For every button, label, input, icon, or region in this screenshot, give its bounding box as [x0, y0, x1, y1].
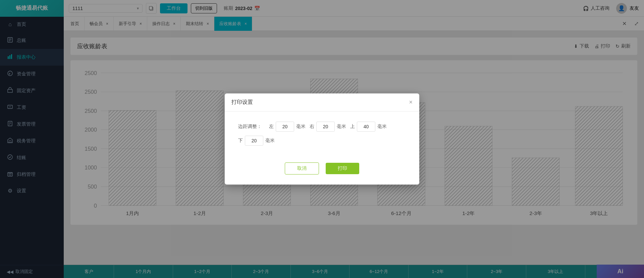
margin-top-group: 上 毫米	[350, 122, 387, 132]
modal-title: 打印设置	[231, 99, 253, 106]
modal-overlay[interactable]: 打印设置 × 边距调整： 左 毫米 右 毫米 上 毫米	[0, 0, 644, 278]
margin-top-unit: 毫米	[377, 124, 387, 130]
margin-row: 边距调整： 左 毫米 右 毫米 上 毫米 下	[238, 122, 406, 146]
margin-right-unit: 毫米	[337, 124, 346, 130]
margin-left-input[interactable]	[276, 122, 294, 132]
margin-bottom-input[interactable]	[245, 136, 263, 146]
modal-body: 边距调整： 左 毫米 右 毫米 上 毫米 下	[225, 112, 419, 156]
margin-bottom-unit: 毫米	[265, 138, 275, 144]
margin-right-group: 右 毫米	[310, 122, 346, 132]
print-confirm-button[interactable]: 打印	[326, 163, 359, 174]
modal-close-button[interactable]: ×	[409, 99, 413, 106]
modal-footer: 取消 打印	[225, 156, 419, 185]
margin-left-unit: 毫米	[296, 124, 306, 130]
margin-right-label: 右	[310, 124, 314, 130]
margin-right-input[interactable]	[316, 122, 335, 132]
margin-bottom-label: 下	[238, 138, 243, 144]
margin-left-label: 左	[269, 124, 274, 130]
cancel-button[interactable]: 取消	[285, 162, 319, 175]
margin-top-input[interactable]	[357, 122, 375, 132]
margin-left-group: 左 毫米	[269, 122, 306, 132]
margin-label: 边距调整：	[238, 124, 262, 130]
margin-top-label: 上	[350, 124, 355, 130]
print-settings-modal: 打印设置 × 边距调整： 左 毫米 右 毫米 上 毫米	[225, 93, 419, 185]
margin-bottom-group: 下 毫米	[238, 136, 275, 146]
modal-header: 打印设置 ×	[225, 93, 419, 112]
